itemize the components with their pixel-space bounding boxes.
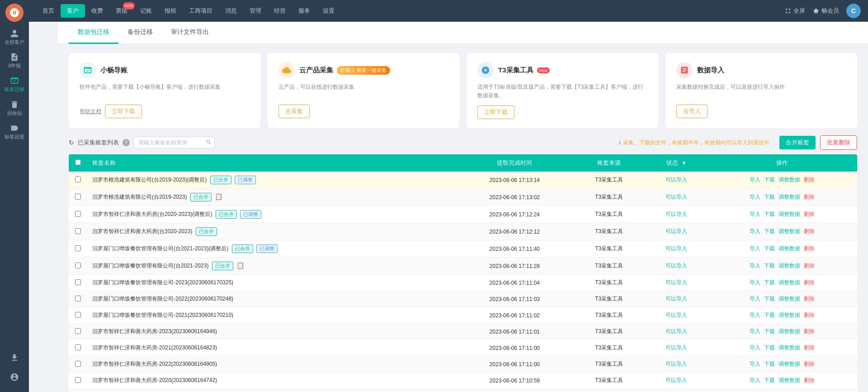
action-下载[interactable]: 下载 <box>764 344 775 351</box>
action-导入[interactable]: 导入 <box>750 211 760 217</box>
action-下载[interactable]: 下载 <box>764 361 775 367</box>
nav-services[interactable]: 服务 <box>292 4 316 18</box>
action-删除[interactable]: 删除 <box>804 263 815 269</box>
row-checkbox[interactable] <box>75 361 81 367</box>
card-t3-collect-btn[interactable]: 立即下载 <box>477 105 514 119</box>
action-导入[interactable]: 导入 <box>750 296 760 302</box>
nav-bookkeeping[interactable]: 记账 <box>134 4 158 18</box>
fullscreen-btn[interactable]: 全屏 <box>784 7 805 15</box>
action-导入[interactable]: 导入 <box>750 245 760 252</box>
action-删除[interactable]: 删除 <box>804 296 815 302</box>
search-input[interactable] <box>133 137 215 148</box>
action-删除[interactable]: 删除 <box>804 377 815 383</box>
row-checkbox[interactable] <box>75 279 81 285</box>
row-checkbox[interactable] <box>75 177 81 182</box>
sidebar-item-declare[interactable]: 0申报 <box>0 49 29 72</box>
nav-billing[interactable]: 收费 <box>85 4 109 18</box>
card-data-import-btn[interactable]: 去导入 <box>676 105 708 118</box>
sidebar-item-label-settings[interactable]: 标签设置 <box>0 120 29 143</box>
action-调整数据[interactable]: 调整数据 <box>778 312 800 318</box>
user-avatar[interactable]: C <box>846 4 861 18</box>
th-status[interactable]: 状态 ▼ <box>646 154 707 172</box>
action-删除[interactable]: 删除 <box>804 194 815 200</box>
action-调整数据[interactable]: 调整数据 <box>778 279 800 286</box>
action-删除[interactable]: 删除 <box>804 344 815 351</box>
action-删除[interactable]: 删除 <box>804 279 815 286</box>
merge-accounts-btn[interactable]: 合并账套 <box>779 136 816 149</box>
action-调整数据[interactable]: 调整数据 <box>778 211 800 217</box>
card-xiaochange-download-btn[interactable]: 立即下载 <box>105 105 142 118</box>
nav-messages[interactable]: 消息 <box>219 4 243 18</box>
action-导入[interactable]: 导入 <box>750 328 760 335</box>
action-删除[interactable]: 删除 <box>804 245 815 252</box>
sidebar-item-account-migrate[interactable]: 账套迁移 <box>0 72 29 96</box>
nav-operations[interactable]: 经营 <box>268 4 292 18</box>
help-icon[interactable]: ? <box>123 139 130 146</box>
sidebar-user-icon[interactable] <box>8 369 21 387</box>
action-导入[interactable]: 导入 <box>750 361 760 367</box>
action-删除[interactable]: 删除 <box>804 361 815 367</box>
row-checkbox[interactable] <box>75 328 81 334</box>
row-checkbox[interactable] <box>75 312 81 318</box>
nav-biz[interactable]: 工商项目 <box>183 4 219 18</box>
action-导入[interactable]: 导入 <box>750 263 760 269</box>
action-调整数据[interactable]: 调整数据 <box>778 194 800 200</box>
action-删除[interactable]: 删除 <box>804 228 815 234</box>
action-导入[interactable]: 导入 <box>750 177 760 183</box>
action-导入[interactable]: 导入 <box>750 194 760 200</box>
row-checkbox[interactable] <box>75 344 81 350</box>
action-下载[interactable]: 下载 <box>764 312 775 318</box>
sidebar-download-icon[interactable] <box>8 349 21 367</box>
member-btn[interactable]: 畅会员 <box>812 7 839 15</box>
action-调整数据[interactable]: 调整数据 <box>778 328 800 335</box>
action-下载[interactable]: 下载 <box>764 328 775 335</box>
row-checkbox[interactable] <box>75 377 81 383</box>
action-调整数据[interactable]: 调整数据 <box>778 177 800 183</box>
action-下载[interactable]: 下载 <box>764 194 775 200</box>
action-调整数据[interactable]: 调整数据 <box>778 361 800 367</box>
search-button[interactable] <box>206 139 212 147</box>
row-checkbox[interactable] <box>75 263 81 268</box>
row-checkbox[interactable] <box>75 245 81 251</box>
action-删除[interactable]: 删除 <box>804 177 815 183</box>
tab-data-migration[interactable]: 数据包迁移 <box>69 22 118 44</box>
action-下载[interactable]: 下载 <box>764 377 775 383</box>
action-导入[interactable]: 导入 <box>750 344 760 351</box>
sidebar-item-recycle[interactable]: 回收站 <box>0 96 29 120</box>
nav-home[interactable]: 首页 <box>36 4 61 18</box>
nav-clients[interactable]: 客户 <box>61 4 85 18</box>
action-导入[interactable]: 导入 <box>750 228 760 234</box>
action-调整数据[interactable]: 调整数据 <box>778 245 800 252</box>
card-cloud-collect-btn[interactable]: 去采集 <box>278 105 310 118</box>
action-下载[interactable]: 下载 <box>764 177 775 183</box>
select-all-checkbox[interactable] <box>75 159 81 165</box>
tab-backup-migration[interactable]: 备份迁移 <box>118 22 162 44</box>
row-checkbox[interactable] <box>75 211 81 217</box>
nav-settings[interactable]: 设置 <box>316 4 341 18</box>
sidebar-item-all-clients[interactable]: 全部客户 <box>0 25 29 49</box>
action-删除[interactable]: 删除 <box>804 211 815 217</box>
action-调整数据[interactable]: 调整数据 <box>778 228 800 234</box>
action-调整数据[interactable]: 调整数据 <box>778 377 800 383</box>
action-删除[interactable]: 删除 <box>804 328 815 335</box>
action-调整数据[interactable]: 调整数据 <box>778 263 800 269</box>
action-调整数据[interactable]: 调整数据 <box>778 344 800 351</box>
action-下载[interactable]: 下载 <box>764 228 775 234</box>
nav-management[interactable]: 管理 <box>243 4 268 18</box>
action-导入[interactable]: 导入 <box>750 312 760 318</box>
action-下载[interactable]: 下载 <box>764 279 775 286</box>
action-导入[interactable]: 导入 <box>750 279 760 286</box>
row-checkbox[interactable] <box>75 296 81 301</box>
action-下载[interactable]: 下载 <box>764 296 775 302</box>
action-下载[interactable]: 下载 <box>764 211 775 217</box>
action-调整数据[interactable]: 调整数据 <box>778 296 800 302</box>
nav-tax[interactable]: 报税 <box>158 4 183 18</box>
action-下载[interactable]: 下载 <box>764 263 775 269</box>
action-删除[interactable]: 删除 <box>804 312 815 318</box>
action-下载[interactable]: 下载 <box>764 245 775 252</box>
row-checkbox[interactable] <box>75 194 81 200</box>
card-xiaochange-help-link[interactable]: 帮助文档 <box>80 108 101 115</box>
batch-delete-btn[interactable]: 批量删除 <box>820 135 857 150</box>
action-导入[interactable]: 导入 <box>750 377 760 383</box>
reload-icon[interactable]: ↻ <box>69 139 74 146</box>
